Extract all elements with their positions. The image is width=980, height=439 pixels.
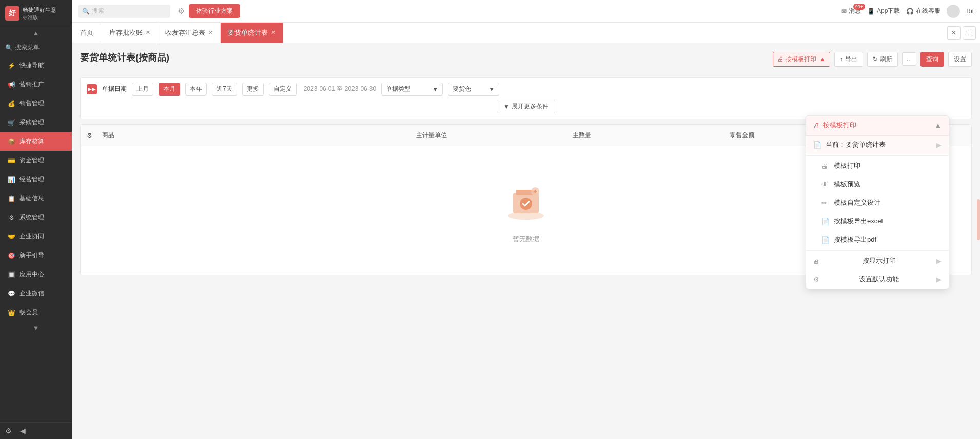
empty-icon xyxy=(500,177,552,228)
set-default-icon: ⚙ xyxy=(813,276,821,283)
select-arrow-icon: ▼ xyxy=(432,86,438,93)
col-unit: 主计量单位 xyxy=(416,131,573,140)
sidebar-item-guide[interactable]: 🎯 新手引导 xyxy=(0,246,72,265)
system-icon: ⚙ xyxy=(7,214,15,222)
tab-close-batch[interactable]: ✕ xyxy=(146,29,150,36)
user-avatar[interactable] xyxy=(947,5,960,18)
basic-icon: 📋 xyxy=(7,195,15,203)
print-dropdown-arrow: ▲ xyxy=(819,55,826,63)
trial-button[interactable]: 体验行业方案 xyxy=(189,4,240,18)
sidebar-collapse-icon[interactable]: ◀ xyxy=(20,427,26,435)
sidebar-item-sales[interactable]: 💰 销售管理 xyxy=(0,94,72,113)
filter-expand-row: ▼ 展开更多条件 xyxy=(87,100,965,113)
template-export-excel-item[interactable]: 📄 按模板导出excel xyxy=(806,212,949,231)
date-btn-this-month[interactable]: 本月 xyxy=(159,83,180,96)
service-icon: 🎧 xyxy=(906,8,914,15)
warehouse-select[interactable]: 要货仓 ▼ xyxy=(448,83,499,96)
sidebar-search[interactable]: 🔍 搜索菜单 xyxy=(0,39,72,56)
empty-text: 暂无数据 xyxy=(513,235,539,244)
date-btn-more[interactable]: 更多 xyxy=(242,83,264,96)
col-qty: 主数量 xyxy=(573,131,730,140)
export-button[interactable]: ↑ 导出 xyxy=(834,52,863,67)
header-actions: ✉ 消息 99+ 📱 App下载 🎧 在线客服 Rit xyxy=(841,5,974,18)
date-btn-7days[interactable]: 近7天 xyxy=(212,83,237,96)
top-header: 🔍 搜索 ⚙ 体验行业方案 ✉ 消息 99+ 📱 App下载 🎧 在线客服 Ri… xyxy=(72,0,980,23)
collab-icon: 🤝 xyxy=(7,233,15,241)
marketing-icon: 📢 xyxy=(7,81,15,89)
sidebar-item-apps[interactable]: 🔲 应用中心 xyxy=(0,265,72,284)
print-template-button[interactable]: 🖨 按模板打印 ▲ xyxy=(773,52,830,67)
tab-close-receipt[interactable]: ✕ xyxy=(208,29,213,36)
tab-bar: 首页 库存批次账 ✕ 收发存汇总表 ✕ 要货单统计表 ✕ ✕ ⛶ xyxy=(72,23,980,43)
header-search[interactable]: 🔍 搜索 xyxy=(78,5,170,18)
template-design-item[interactable]: ✏ 模板自定义设计 xyxy=(806,194,949,212)
tab-maximize[interactable]: ⛶ xyxy=(963,26,976,40)
tab-home[interactable]: 首页 xyxy=(72,23,102,43)
order-type-select[interactable]: 单据类型 ▼ xyxy=(381,83,443,96)
sidebar-item-finance[interactable]: 💳 资金管理 xyxy=(0,151,72,170)
display-print-item[interactable]: 🖨 按显示打印 ▶ xyxy=(806,252,949,270)
sidebar-scroll-down[interactable]: ▼ xyxy=(0,322,72,334)
set-default-arrow: ▶ xyxy=(936,276,942,283)
query-button[interactable]: 查询 xyxy=(920,52,944,67)
sidebar-item-basic[interactable]: 📋 基础信息 xyxy=(0,189,72,208)
wechat-icon: 💬 xyxy=(7,290,15,298)
sidebar-settings-icon[interactable]: ⚙ xyxy=(5,427,12,435)
sidebar-item-collab[interactable]: 🤝 企业协同 xyxy=(0,227,72,246)
refresh-button[interactable]: ↻ 刷新 xyxy=(867,52,898,67)
finance-icon: 💳 xyxy=(7,157,15,165)
template-print-item[interactable]: 🖨 模板打印 xyxy=(806,157,949,175)
filter-expand-button[interactable]: ▶▶ xyxy=(87,84,97,94)
col-settings[interactable]: ⚙ xyxy=(87,132,102,139)
sidebar-item-purchase[interactable]: 🛒 采购管理 xyxy=(0,113,72,132)
sidebar-item-system[interactable]: ⚙ 系统管理 xyxy=(0,208,72,227)
print-dropdown-close-button[interactable]: ▲ xyxy=(934,121,942,129)
template-preview-item[interactable]: 👁 模板预览 xyxy=(806,175,949,194)
date-btn-custom[interactable]: 自定义 xyxy=(269,83,297,96)
print-current-item[interactable]: 📄 当前：要货单统计表 ▶ xyxy=(806,136,949,154)
header-gear-icon[interactable]: ⚙ xyxy=(178,6,185,16)
expand-more-button[interactable]: ▼ 展开更多条件 xyxy=(497,100,555,113)
date-range-display: 2023-06-01 至 2023-06-30 xyxy=(304,85,376,93)
sidebar-item-operations[interactable]: 📊 经营管理 xyxy=(0,170,72,189)
action-bar: 🖨 按模板打印 ▲ ↑ 导出 ↻ 刷新 ... 查询 设置 xyxy=(773,52,972,67)
username-label: Rit xyxy=(966,8,974,15)
display-print-icon: 🖨 xyxy=(813,257,821,265)
app-download-button[interactable]: 📱 App下载 xyxy=(867,7,900,15)
sidebar-item-quick-nav[interactable]: ⚡ 快捷导航 xyxy=(0,56,72,75)
display-print-arrow: ▶ xyxy=(936,257,942,265)
sidebar-item-member[interactable]: 👑 畅会员 xyxy=(0,303,72,322)
export-excel-icon: 📄 xyxy=(821,218,830,225)
tab-receipt-summary[interactable]: 收发存汇总表 ✕ xyxy=(158,23,221,43)
set-default-item[interactable]: ⚙ 设置默认功能 ▶ xyxy=(806,270,949,289)
sidebar-item-wechat[interactable]: 💬 企业微信 xyxy=(0,284,72,303)
sidebar-scroll-up[interactable]: ▲ xyxy=(0,27,72,39)
tab-batch-account[interactable]: 库存批次账 ✕ xyxy=(102,23,158,43)
scrollbar-hint[interactable] xyxy=(977,199,980,240)
export-pdf-icon: 📄 xyxy=(821,236,830,244)
divider-2 xyxy=(806,250,949,251)
filter-bar: ▶▶ 单据日期 上月 本月 本年 近7天 更多 自定义 2023-06-01 至… xyxy=(80,77,972,119)
more-button[interactable]: ... xyxy=(902,52,916,66)
sidebar-item-marketing[interactable]: 📢 营销推广 xyxy=(0,75,72,94)
current-item-icon: 📄 xyxy=(813,141,821,149)
date-btn-last-month[interactable]: 上月 xyxy=(132,83,153,96)
print-dropdown: 🖨 按模板打印 ▲ 📄 当前：要货单统计表 ▶ 🖨 模板打印 👁 模板预览 ✏ xyxy=(806,115,949,289)
quick-nav-icon: ⚡ xyxy=(7,62,15,70)
message-button[interactable]: ✉ 消息 99+ xyxy=(841,7,861,15)
refresh-icon: ↻ xyxy=(873,55,878,63)
page-content: 要货单统计表(按商品) 🖨 按模板打印 ▲ ↑ 导出 ↻ 刷新 ... 查询 设… xyxy=(72,43,980,439)
sales-icon: 💰 xyxy=(7,100,15,108)
tab-close-order[interactable]: ✕ xyxy=(271,29,276,36)
sidebar-item-inventory[interactable]: 📦 库存核算 xyxy=(0,132,72,151)
template-export-pdf-item[interactable]: 📄 按模板导出pdf xyxy=(806,231,949,249)
settings-button[interactable]: 设置 xyxy=(948,52,972,67)
print-dropdown-title: 🖨 按模板打印 xyxy=(813,121,856,130)
expand-icon: ▼ xyxy=(503,103,509,110)
tab-close-all[interactable]: ✕ xyxy=(947,26,961,40)
logo-icon: 好 xyxy=(5,6,19,21)
date-btn-this-year[interactable]: 本年 xyxy=(185,83,207,96)
tab-order-stats[interactable]: 要货单统计表 ✕ xyxy=(221,23,283,43)
customer-service-button[interactable]: 🎧 在线客服 xyxy=(906,7,940,15)
print-dropdown-icon: 🖨 xyxy=(813,122,820,129)
